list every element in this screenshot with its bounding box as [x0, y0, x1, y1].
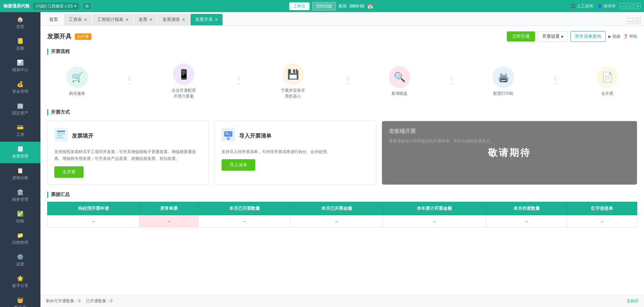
fill-card-header: 发票填开	[54, 128, 202, 144]
page-actions: 立即开通 开票设置 ▾ 异常清单查询 ▶ 视频 ❓ 帮助	[507, 31, 637, 42]
svg-rect-3	[57, 135, 62, 136]
svg-rect-2	[57, 133, 65, 134]
sidebar-item-funds[interactable]: 💰 资金管理	[0, 77, 40, 99]
process-step-issue: 📄 去开票	[596, 66, 618, 96]
sidebar-item-salary[interactable]: 💳 工资	[0, 120, 40, 142]
tab-close-invoice-tool[interactable]: ✕	[215, 18, 218, 22]
sidebar-item-archive[interactable]: 📁 归档管理	[0, 228, 40, 250]
billing-section-title: 开票方式	[47, 109, 637, 115]
settle-icon: ✅	[17, 211, 24, 217]
process-section-title: 开票流程	[47, 49, 637, 55]
tab-close-invoice-calc[interactable]: ✕	[182, 18, 185, 22]
arrow-5: || →	[553, 76, 558, 87]
import-card-icon	[222, 128, 235, 144]
fill-card-icon	[54, 128, 68, 144]
content-area: 首页 工资表 ✕ 工资统计报表 ✕ 发票 ✕ 发票测算 ✕ 发票开具 ✕	[40, 12, 644, 307]
arrow-4: || →	[449, 76, 454, 87]
sidebar-item-home[interactable]: 🏠 首页	[0, 12, 40, 34]
ledger-icon: 📒	[17, 38, 24, 44]
cell-pending: --	[48, 215, 140, 227]
video-icon: ▶	[608, 34, 611, 39]
sidebar-item-purchase[interactable]: 📋 进销台账	[0, 163, 40, 185]
tax-icon: 🏛️	[17, 189, 24, 195]
svg-rect-4	[57, 137, 64, 138]
boss-coming-text: 敬请期待	[488, 146, 531, 159]
arrow-2: || →	[236, 76, 241, 87]
member-icon: 👑	[17, 297, 24, 303]
headset-icon: 🎧	[570, 4, 576, 8]
help-icon: ❓	[623, 34, 628, 39]
tab-invoice-calc[interactable]: 发票测算 ✕	[158, 14, 190, 25]
cell-yearly-amount: --	[383, 215, 486, 227]
tab-close-invoice[interactable]: ✕	[149, 18, 152, 22]
import-card-header: 导入开票清单	[222, 128, 369, 144]
old-version-button[interactable]: 切到旧版	[312, 2, 336, 10]
billing-methods-container: 发票填开 支持按照发票样式手工填写开发票；可开具增值税电子普通发票、增值税普通发…	[47, 121, 637, 185]
bottom-bar: 剩余可开通数量：0 已开通数量：0 去购买	[40, 295, 644, 307]
printer-step-icon: 🖨️	[493, 66, 514, 88]
invoice-icon: 🧾	[17, 146, 24, 152]
help-link[interactable]: ❓ 帮助	[623, 34, 637, 39]
guide-icon: 🌟	[17, 275, 24, 282]
close-button[interactable]: ✕	[635, 3, 641, 9]
goto-buy-button[interactable]: 去购买	[626, 298, 639, 304]
boss-method-card: 老板端开票 查看老板端小程序提交的开票申请，并作出相应处理意见。 敬请期待	[382, 121, 637, 185]
tab-bar-minimize[interactable]: —	[627, 18, 633, 24]
immediate-open-button[interactable]: 立即开通	[507, 31, 535, 41]
workspace-button[interactable]: 工作台	[289, 2, 310, 10]
tab-bar-restore[interactable]: □	[635, 18, 641, 24]
tab-invoice[interactable]: 发票 ✕	[134, 14, 157, 25]
home-icon: 🏠	[17, 16, 24, 23]
tab-close-salary-table[interactable]: ✕	[84, 18, 87, 22]
purchase-icon: 📋	[17, 167, 24, 174]
salary-icon: 💳	[17, 124, 24, 131]
tab-salary-table[interactable]: 工资表 ✕	[64, 14, 92, 25]
sidebar-item-invoice[interactable]: 🧾 发票管理	[0, 142, 40, 163]
tab-salary-stats[interactable]: 工资统计报表 ✕	[92, 14, 133, 25]
page-title: 发票开具	[47, 32, 71, 40]
fill-card-btn[interactable]: 去开票	[54, 166, 84, 178]
user-profile[interactable]: 👤 徐泽华	[597, 3, 616, 9]
arrow-1: || →	[126, 76, 132, 87]
sidebar-item-ledger[interactable]: 📒 总账	[0, 34, 40, 55]
summary-table: 待处理开票申请 异常单票 本月已开票数量 本月已开票金额	[47, 202, 637, 227]
maximize-button[interactable]: □	[627, 3, 633, 9]
tab-invoice-tool[interactable]: 发票开具 ✕	[191, 14, 223, 25]
sidebar-item-member[interactable]: 👑 畅会员	[0, 293, 40, 307]
issue-step-icon: 📄	[596, 66, 618, 88]
anomaly-query-button[interactable]: 异常清单查询	[570, 31, 606, 42]
minimize-button[interactable]: —	[620, 3, 626, 9]
tab-close-salary-stats[interactable]: ✕	[125, 18, 128, 22]
arrow-3: || →	[345, 76, 350, 87]
calendar-icon[interactable]: 📅	[367, 3, 373, 9]
sidebar-item-reports[interactable]: 📊 报表中心	[0, 55, 40, 77]
fill-method-card: 发票填开 支持按照发票样式手工填写开发票；可开具增值税电子普通发票、增值税普通发…	[47, 121, 209, 185]
video-help[interactable]: ▶ 视频	[608, 34, 620, 39]
settings-button[interactable]: 开票设置 ▾	[538, 31, 568, 42]
process-step-config: 📱 企业开通配置开票六要素	[170, 63, 197, 99]
sidebar-item-tax[interactable]: 🏛️ 税务管理	[0, 185, 40, 206]
tab-home[interactable]: 首页	[44, 14, 63, 25]
period-value: 2023-02	[349, 4, 364, 8]
process-step-taxbox: 🔍 新增税盘	[389, 66, 410, 96]
company-selector[interactable]: (勾副) 江西服室-LSS ▾	[33, 3, 79, 10]
import-card-title: 导入开票清单	[239, 133, 271, 140]
import-card-btn[interactable]: 导入清单	[222, 159, 255, 171]
chevron-down-icon: ▾	[561, 34, 563, 39]
sidebar-item-settings[interactable]: ⚙️ 设置	[0, 250, 40, 271]
funds-icon: 💰	[17, 81, 24, 87]
customer-service[interactable]: 🎧 人工咨询	[570, 3, 593, 9]
opened-count: 已开通数量：0	[86, 298, 113, 304]
svg-rect-8	[226, 134, 230, 135]
page-title-area: 发票开具 待开通	[47, 32, 91, 40]
sidebar: 🏠 首页 📒 总账 📊 报表中心 💰 资金管理 🏢 固定资产 💳 工资 🧾 发票…	[0, 12, 40, 307]
sidebar-item-guide[interactable]: 🌟 新手引导	[0, 271, 40, 293]
summary-section-title: 票据汇总	[47, 192, 637, 198]
import-method-card: 导入开票清单 支持导入待开票清单，可对待开票清单进行拆分、合并处理。 导入清单	[214, 121, 376, 185]
sidebar-item-settle[interactable]: ✅ 结账	[0, 206, 40, 228]
sidebar-item-assets[interactable]: 🏢 固定资产	[0, 99, 40, 120]
assets-icon: 🏢	[17, 103, 24, 109]
copy-icon[interactable]: ⧉	[82, 2, 92, 10]
col-monthly-count: 本月已开票数量	[199, 202, 291, 215]
buy-step-icon: 🛒	[66, 66, 88, 88]
